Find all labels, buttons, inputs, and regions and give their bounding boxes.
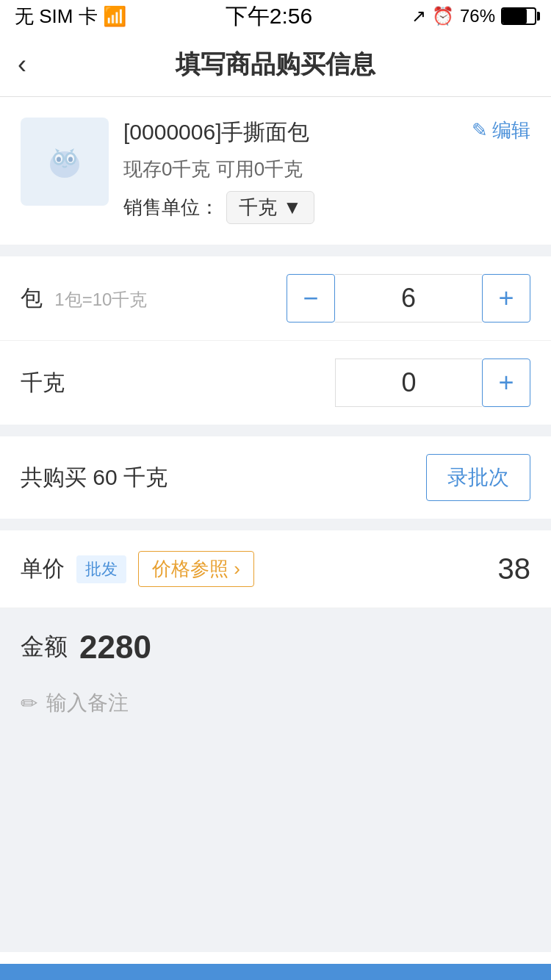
product-image [21, 118, 109, 206]
quantity-row-pack: 包 1包=10千克 − + [0, 256, 551, 341]
pencil-icon: ✏ [21, 691, 37, 716]
unit-selector[interactable]: 千克 ▼ [226, 191, 314, 224]
empty-space [0, 732, 551, 952]
price-row: 单价 批发 价格参照 › 38 [0, 530, 551, 608]
battery-icon [501, 7, 536, 25]
location-icon: ↗ [411, 6, 426, 26]
unit-chevron-icon: ▼ [283, 196, 302, 219]
product-name: [0000006]手撕面包 [123, 118, 530, 148]
confirm-button-wrap: 确定 [0, 952, 551, 980]
amount-value: 2280 [79, 629, 151, 666]
status-time: 下午2:56 [226, 1, 312, 32]
price-reference-button[interactable]: 价格参照 › [138, 551, 254, 587]
status-right: ↗ ⏰ 76% [411, 6, 536, 26]
svg-point-5 [57, 157, 61, 162]
batch-button[interactable]: 录批次 [426, 454, 530, 501]
quantity-row-kg: 千克 + [0, 341, 551, 425]
pack-label-text: 包 [21, 286, 43, 310]
unit-label: 销售单位： [123, 195, 219, 220]
battery-percent: 76% [460, 6, 495, 26]
price-section: 单价 批发 价格参照 › 38 [0, 530, 551, 608]
summary-text: 共购买 60 千克 [21, 463, 168, 493]
product-card: [0000006]手撕面包 现存0千克 可用0千克 销售单位： 千克 ▼ ✎ 编… [0, 97, 551, 245]
product-logo-icon [43, 140, 87, 184]
kg-plus-button[interactable]: + [482, 359, 530, 407]
product-info: [0000006]手撕面包 现存0千克 可用0千克 销售单位： 千克 ▼ [123, 118, 530, 224]
price-label: 单价 [21, 554, 65, 584]
pack-label: 包 1包=10千克 [21, 284, 153, 314]
back-button[interactable]: ‹ [18, 49, 26, 80]
pack-controls: − + [153, 274, 530, 323]
quantity-section: 包 1包=10千克 − + 千克 + [0, 256, 551, 425]
amount-row: 金额 2280 [21, 629, 530, 666]
alarm-icon: ⏰ [432, 6, 454, 26]
pack-minus-button[interactable]: − [287, 274, 335, 323]
summary-row: 共购买 60 千克 录批次 [0, 436, 551, 519]
price-type-tag: 批发 [76, 555, 126, 583]
status-sim: 无 SIM 卡 📶 [15, 4, 126, 29]
status-bar: 无 SIM 卡 📶 下午2:56 ↗ ⏰ 76% [0, 0, 551, 32]
amount-section: 金额 2280 ✏ 输入备注 [0, 608, 551, 732]
edit-label: 编辑 [492, 118, 530, 143]
pack-quantity-input[interactable] [335, 274, 482, 323]
pack-hint: 1包=10千克 [54, 289, 147, 309]
edit-button[interactable]: ✎ 编辑 [472, 118, 530, 143]
amount-label: 金额 [21, 631, 68, 663]
content-area: [0000006]手撕面包 现存0千克 可用0千克 销售单位： 千克 ▼ ✎ 编… [0, 97, 551, 952]
edit-icon: ✎ [472, 119, 488, 142]
kg-quantity-input[interactable] [335, 359, 482, 407]
note-placeholder: 输入备注 [46, 689, 129, 717]
product-unit-row: 销售单位： 千克 ▼ [123, 191, 530, 224]
price-value: 38 [498, 552, 531, 586]
page-title: 填写商品购买信息 [176, 48, 375, 82]
kg-controls: + [153, 359, 530, 407]
note-row[interactable]: ✏ 输入备注 [21, 683, 530, 723]
pack-plus-button[interactable]: + [482, 274, 530, 323]
svg-point-6 [68, 157, 73, 162]
kg-label: 千克 [21, 368, 153, 398]
unit-value: 千克 [239, 195, 277, 220]
price-ref-label: 价格参照 › [152, 556, 240, 582]
product-stock: 现存0千克 可用0千克 [123, 156, 530, 182]
nav-bar: ‹ 填写商品购买信息 [0, 32, 551, 97]
confirm-button[interactable]: 确定 [0, 964, 551, 980]
